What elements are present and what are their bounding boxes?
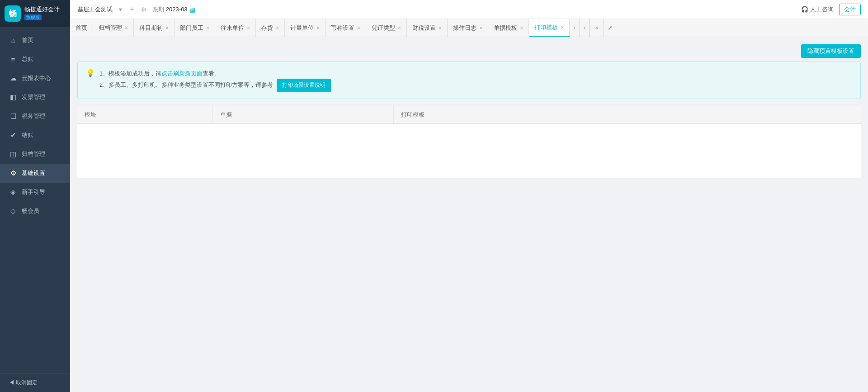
sidebar-item-archive[interactable]: ◫ 归档管理 xyxy=(0,145,70,164)
tab-currency[interactable]: 币种设置 × xyxy=(326,19,366,37)
tab-close-icon[interactable]: × xyxy=(479,25,482,31)
invoice-icon: ◧ xyxy=(9,93,17,101)
sidebar-item-label: 首页 xyxy=(22,36,33,44)
page-content: 隐藏预置模板设置 💡 1、模板添加成功后，请点击刷新新页面查看。 2、多员工、多… xyxy=(70,37,868,392)
add-company-icon[interactable]: ＋ xyxy=(128,5,136,14)
company-dropdown-icon[interactable]: ▼ xyxy=(118,7,123,12)
col-template: 打印模板 xyxy=(394,106,861,123)
tab-close-icon[interactable]: × xyxy=(398,25,401,31)
tab-close-icon[interactable]: × xyxy=(165,25,169,31)
tab-close-icon[interactable]: × xyxy=(206,25,209,31)
logo-text: 畅捷通好会计 旗舰版 xyxy=(24,6,60,21)
sidebar-footer[interactable]: ◀ 取消固定 xyxy=(0,373,70,392)
sidebar-item-invoice[interactable]: ◧ 发票管理 xyxy=(0,88,70,107)
sidebar-item-tax[interactable]: ❑ 税务管理 xyxy=(0,107,70,126)
tab-next-btn[interactable]: › xyxy=(580,19,590,37)
gear-icon[interactable]: ⚙ xyxy=(141,6,147,13)
calendar-icon[interactable]: ▦ xyxy=(189,6,195,13)
tab-close-all-btn[interactable]: × xyxy=(590,19,603,37)
tab-close-icon[interactable]: × xyxy=(125,25,128,31)
tab-label: 归档管理 xyxy=(99,24,122,32)
sidebar-item-label: 新手引导 xyxy=(22,188,45,196)
tab-department[interactable]: 部门员工 × xyxy=(175,19,215,37)
home-icon: ⌂ xyxy=(9,37,17,44)
tab-print-template[interactable]: 打印模板 × xyxy=(529,19,570,37)
hide-preview-button[interactable]: 隐藏预置模板设置 xyxy=(801,44,861,58)
service-label: 人工咨询 xyxy=(810,5,834,14)
guide-icon: ◈ xyxy=(9,188,17,196)
tab-partner[interactable]: 往来单位 × xyxy=(215,19,256,37)
kuaiji-button[interactable]: 会计 xyxy=(839,4,861,15)
tab-close-icon[interactable]: × xyxy=(439,25,442,31)
table-body xyxy=(77,124,861,178)
checkout-icon: ✔ xyxy=(9,131,17,139)
info-notice: 💡 1、模板添加成功后，请点击刷新新页面查看。 2、多员工、多打印机、多种业务类… xyxy=(77,61,861,99)
settings-icon: ⚙ xyxy=(9,169,17,177)
tab-close-icon[interactable]: × xyxy=(357,25,360,31)
topbar: 基层工会测试 ▼ ＋ ⚙ 账期 2023-03 ▦ 🎧 人工咨询 会计 xyxy=(70,0,868,19)
tab-label: 往来单位 xyxy=(221,24,244,32)
unpin-label: ◀ 取消固定 xyxy=(9,379,38,387)
tab-op-log[interactable]: 操作日志 × xyxy=(448,19,488,37)
sidebar-item-settings[interactable]: ⚙ 基础设置 xyxy=(0,164,70,183)
tax-icon: ❑ xyxy=(9,112,17,120)
archive-icon: ◫ xyxy=(9,150,17,158)
sidebar-item-member[interactable]: ◇ 畅会员 xyxy=(0,202,70,221)
tab-bar: 首页 归档管理 × 科目期初 × 部门员工 × 往来单位 × 存货 × 计量单位… xyxy=(70,19,868,37)
notice-point1-prefix: 1、模板添加成功后，请 xyxy=(99,70,161,77)
print-setting-btn[interactable]: 打印场景设置说明 xyxy=(277,79,331,92)
tab-label: 财税设置 xyxy=(412,24,436,32)
col-module: 模块 xyxy=(77,106,213,123)
tab-prev-btn[interactable]: ‹ xyxy=(570,19,580,37)
tab-single-template[interactable]: 单据模板 × xyxy=(488,19,529,37)
notice-text: 1、模板添加成功后，请点击刷新新页面查看。 2、多员工、多打印机、多种业务类型设… xyxy=(99,68,331,92)
notice-refresh-link[interactable]: 点击刷新新页面 xyxy=(161,70,203,77)
sidebar-nav: ⌂ 首页 ≡ 总账 ☁ 云报表中心 ◧ 发票管理 ❑ 税务管理 ✔ 结账 ◫ 归… xyxy=(0,27,70,373)
tab-label: 操作日志 xyxy=(453,24,476,32)
tab-close-icon[interactable]: × xyxy=(561,24,564,31)
sidebar-item-label: 基础设置 xyxy=(22,169,45,177)
tab-close-icon[interactable]: × xyxy=(276,25,279,31)
tab-label: 币种设置 xyxy=(331,24,354,32)
tab-close-icon[interactable]: × xyxy=(520,25,523,31)
bulb-icon: 💡 xyxy=(86,69,95,77)
service-button[interactable]: 🎧 人工咨询 xyxy=(801,5,834,14)
data-table: 模块 单据 打印模板 xyxy=(77,106,861,178)
sidebar-item-label: 总账 xyxy=(22,55,33,63)
tab-home[interactable]: 首页 xyxy=(70,19,93,37)
sidebar-item-home[interactable]: ⌂ 首页 xyxy=(0,31,70,50)
sidebar-item-label: 归档管理 xyxy=(22,150,45,158)
headset-icon: 🎧 xyxy=(801,6,808,13)
sidebar-item-label: 税务管理 xyxy=(22,112,45,120)
sidebar-item-ledger[interactable]: ≡ 总账 xyxy=(0,50,70,69)
tab-voucher[interactable]: 凭证类型 × xyxy=(366,19,407,37)
tab-tax-settings[interactable]: 财税设置 × xyxy=(407,19,448,37)
topbar-right: 🎧 人工咨询 会计 xyxy=(801,4,861,15)
tab-label: 部门员工 xyxy=(180,24,203,32)
member-icon: ◇ xyxy=(9,207,17,215)
period-label: 账期 xyxy=(152,5,164,14)
sidebar-logo: 畅 畅捷通好会计 旗舰版 xyxy=(0,0,70,27)
sidebar-item-checkout[interactable]: ✔ 结账 xyxy=(0,126,70,145)
tab-inventory[interactable]: 存货 × xyxy=(256,19,285,37)
sidebar-item-label: 云报表中心 xyxy=(22,74,51,82)
notice-point1-suffix: 查看。 xyxy=(203,70,220,77)
tab-close-icon[interactable]: × xyxy=(316,25,320,31)
tab-close-icon[interactable]: × xyxy=(247,25,250,31)
tab-expand-btn[interactable]: ⤢ xyxy=(603,19,617,37)
company-name: 基层工会测试 xyxy=(77,5,113,14)
tab-label: 凭证类型 xyxy=(372,24,395,32)
sidebar-item-label: 畅会员 xyxy=(22,207,39,215)
sidebar-item-guide[interactable]: ◈ 新手引导 xyxy=(0,183,70,202)
sidebar-item-label: 发票管理 xyxy=(22,93,45,101)
tab-label: 首页 xyxy=(75,24,87,32)
cloud-icon: ☁ xyxy=(9,74,17,82)
tab-unit[interactable]: 计量单位 × xyxy=(285,19,326,37)
ledger-icon: ≡ xyxy=(9,56,17,63)
action-bar: 隐藏预置模板设置 xyxy=(77,44,861,58)
tab-archive[interactable]: 归档管理 × xyxy=(93,19,134,37)
tab-subject[interactable]: 科目期初 × xyxy=(134,19,175,37)
tab-label: 存货 xyxy=(261,24,273,32)
sidebar-item-reports[interactable]: ☁ 云报表中心 xyxy=(0,69,70,88)
tab-label: 科目期初 xyxy=(139,24,163,32)
